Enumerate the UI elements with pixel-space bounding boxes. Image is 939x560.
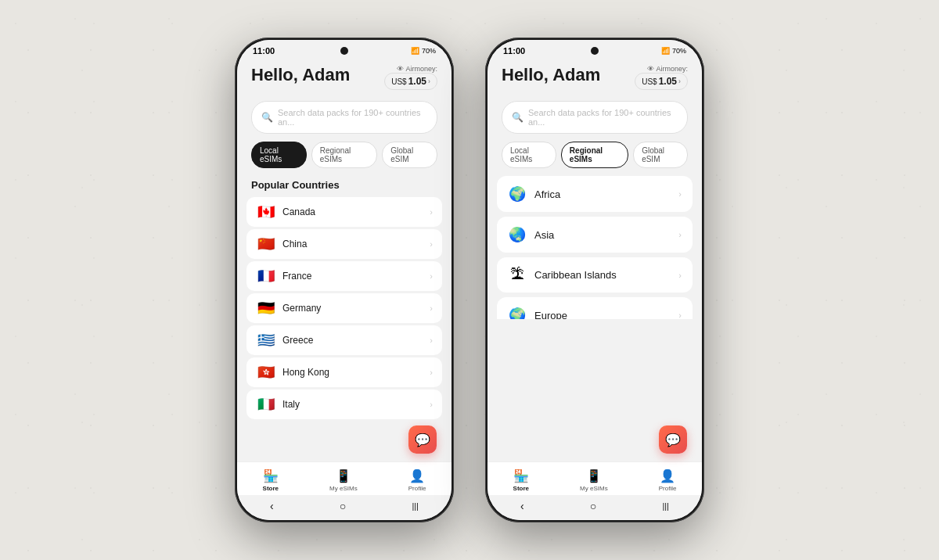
list-item[interactable]: 🇭🇰 Hong Kong › [246, 357, 442, 387]
country-name-hongkong: Hong Kong [282, 367, 329, 378]
region-list: 🌍 Africa › 🌏 Asia › 🏝 Caribbean Islan [487, 176, 702, 319]
battery-text: 70% [422, 47, 436, 55]
flag-italy: 🇮🇹 [256, 397, 276, 411]
chevron-right-caribbean: › [678, 271, 682, 280]
region-name-europe: Europe [534, 310, 567, 319]
flag-canada: 🇨🇦 [256, 205, 276, 219]
nav-profile-left[interactable]: 👤 Profile [408, 468, 426, 492]
status-time-left: 11:00 [253, 46, 275, 56]
left-phone-wrapper: 11:00 📶 70% Hello, Adam 👁 Airmoney: US$ [235, 38, 454, 522]
country-name-germany: Germany [282, 303, 321, 314]
header-right: Hello, Adam 👁 Airmoney: US$ 1.05 › [487, 59, 702, 98]
flag-china: 🇨🇳 [256, 237, 276, 251]
list-item[interactable]: 🌍 Africa › [497, 176, 693, 212]
android-bar-right: ‹ ○ ||| [487, 495, 702, 520]
battery-text-right: 70% [672, 47, 686, 55]
header-left: Hello, Adam 👁 Airmoney: US$ 1.05 › [237, 59, 452, 98]
list-item[interactable]: 🌏 Asia › [497, 217, 693, 253]
list-item[interactable]: 🇬🇷 Greece › [246, 325, 442, 355]
list-item[interactable]: 🇮🇹 Italy › [246, 389, 442, 419]
status-time-right: 11:00 [503, 46, 525, 56]
camera-notch [340, 47, 348, 55]
camera-notch-right [591, 47, 599, 55]
status-icons-right: 📶 70% [661, 47, 686, 55]
list-item[interactable]: 🇫🇷 France › [246, 261, 442, 291]
tabs-right: Local eSIMs Regional eSIMs Global eSIM [487, 142, 702, 176]
right-phone: 11:00 📶 70% Hello, Adam 👁 Airmoney: US$ [485, 38, 704, 522]
signal-icon-right: 📶 [661, 47, 670, 55]
nav-store-left[interactable]: 🏪 Store [263, 468, 279, 492]
nav-store-right[interactable]: 🏪 Store [513, 468, 529, 492]
airmoney-eye-icon-right: 👁 [647, 65, 654, 73]
nav-profile-right[interactable]: 👤 Profile [659, 468, 677, 492]
chevron-right-greece: › [430, 336, 433, 345]
search-icon-left: 🔍 [261, 112, 273, 123]
fab-icon-right: 💬 [665, 433, 681, 447]
search-placeholder-left: Search data packs for 190+ countries an.… [278, 108, 427, 127]
home-button-right[interactable]: ○ [590, 500, 596, 512]
fab-right[interactable]: 💬 [659, 425, 687, 454]
signal-icon: 📶 [411, 47, 419, 55]
currency-right: US$ [642, 77, 657, 86]
amount-left: 1.05 [408, 76, 426, 87]
chevron-right-europe: › [678, 311, 682, 319]
chevron-right-africa: › [678, 189, 682, 199]
nav-profile-label-left: Profile [408, 485, 426, 492]
tab-global-esim-left[interactable]: Global eSIM [382, 142, 437, 168]
nav-store-label-left: Store [263, 485, 279, 492]
airmoney-amount-right[interactable]: US$ 1.05 › [635, 73, 688, 90]
list-item[interactable]: 🏝 Caribbean Islands › [497, 257, 693, 293]
asia-icon: 🌏 [508, 226, 527, 243]
airmoney-left: 👁 Airmoney: US$ 1.05 › [384, 65, 437, 90]
nav-esims-label-right: My eSIMs [580, 485, 608, 492]
search-bar-left[interactable]: 🔍 Search data packs for 190+ countries a… [251, 101, 437, 134]
list-item[interactable]: 🇨🇦 Canada › [246, 197, 442, 227]
android-bar-left: ‹ ○ ||| [237, 495, 452, 520]
back-button-left[interactable]: ‹ [270, 500, 274, 512]
left-phone: 11:00 📶 70% Hello, Adam 👁 Airmoney: US$ [235, 38, 454, 522]
flag-greece: 🇬🇷 [256, 333, 276, 347]
chevron-right-asia: › [678, 230, 682, 239]
nav-my-esims-right[interactable]: 📱 My eSIMs [580, 468, 608, 492]
country-list: 🇨🇦 Canada › 🇨🇳 China › 🇫🇷 France [237, 197, 452, 461]
region-name-asia: Asia [534, 229, 554, 241]
search-placeholder-right: Search data packs for 190+ countries an.… [528, 108, 678, 127]
country-name-greece: Greece [282, 335, 313, 346]
region-name-caribbean: Caribbean Islands [534, 269, 617, 281]
tab-regional-esims-left[interactable]: Regional eSIMs [311, 142, 378, 168]
nav-esims-label-left: My eSIMs [329, 485, 358, 492]
tab-global-esim-right[interactable]: Global eSIM [633, 142, 688, 168]
europe-icon: 🌍 [508, 307, 527, 319]
airmoney-amount-left[interactable]: US$ 1.05 › [384, 73, 437, 90]
flag-france: 🇫🇷 [256, 269, 276, 283]
chevron-right-france: › [430, 271, 433, 281]
search-bar-right[interactable]: 🔍 Search data packs for 190+ countries a… [502, 101, 688, 134]
recent-button-right[interactable]: ||| [662, 501, 669, 511]
country-name-canada: Canada [282, 206, 315, 217]
list-item[interactable]: 🇩🇪 Germany › [246, 293, 442, 323]
tab-local-esims-right[interactable]: Local eSIMs [502, 142, 556, 168]
recent-button-left[interactable]: ||| [412, 501, 419, 511]
tab-regional-esims-right[interactable]: Regional eSIMs [561, 142, 628, 168]
currency-left: US$ [391, 77, 406, 86]
list-item[interactable]: 🇨🇳 China › [246, 229, 442, 259]
back-button-right[interactable]: ‹ [520, 500, 524, 512]
country-name-italy: Italy [282, 399, 300, 410]
tab-local-esims-left[interactable]: Local eSIMs [251, 142, 307, 168]
chevron-right-china: › [430, 239, 433, 249]
right-phone-wrapper: 11:00 📶 70% Hello, Adam 👁 Airmoney: US$ [485, 38, 704, 522]
list-item[interactable]: 🌍 Europe › [497, 297, 693, 319]
nav-my-esims-left[interactable]: 📱 My eSIMs [329, 468, 358, 492]
airmoney-right: 👁 Airmoney: US$ 1.05 › [635, 65, 688, 90]
fab-icon-left: 💬 [415, 433, 430, 447]
home-button-left[interactable]: ○ [340, 500, 346, 512]
store-icon-right: 🏪 [513, 468, 529, 483]
chevron-right-hongkong: › [430, 368, 433, 377]
tabs-left: Local eSIMs Regional eSIMs Global eSIM [237, 142, 452, 176]
profile-icon-right: 👤 [660, 468, 675, 483]
bottom-nav-left: 🏪 Store 📱 My eSIMs 👤 Profile [237, 461, 452, 495]
section-title-left: Popular Countries [237, 176, 452, 197]
fab-left[interactable]: 💬 [408, 425, 437, 454]
flag-hongkong: 🇭🇰 [256, 365, 276, 379]
country-name-france: France [282, 271, 311, 282]
